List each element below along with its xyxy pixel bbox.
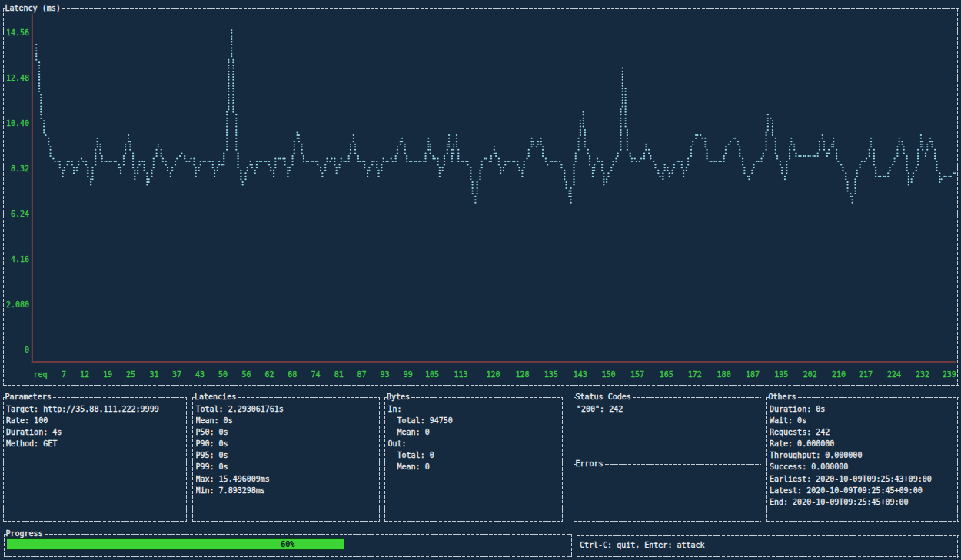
braille-dot bbox=[226, 138, 228, 139]
x-tick-label: 172 bbox=[688, 369, 702, 380]
braille-dot bbox=[235, 125, 237, 127]
braille-dot bbox=[850, 193, 851, 194]
braille-dot bbox=[856, 176, 858, 177]
braille-dot bbox=[296, 132, 298, 134]
braille-dot bbox=[622, 79, 623, 81]
braille-dot bbox=[231, 53, 232, 55]
braille-dot bbox=[228, 59, 229, 61]
braille-dot bbox=[500, 172, 501, 174]
braille-dot bbox=[235, 118, 237, 119]
braille-dot bbox=[939, 176, 940, 177]
braille-dot bbox=[175, 164, 176, 166]
braille-dot bbox=[706, 155, 707, 157]
braille-dot bbox=[686, 167, 687, 168]
braille-dot bbox=[624, 102, 626, 104]
braille-dot bbox=[654, 167, 656, 168]
braille-dot bbox=[40, 118, 42, 119]
braille-dot bbox=[451, 161, 453, 162]
braille-dot bbox=[298, 134, 300, 136]
latencies-lines: Total: 2.293061761sMean: 0sP50: 0sP90: 0… bbox=[196, 403, 379, 497]
braille-dot bbox=[917, 149, 919, 151]
braille-dot bbox=[869, 155, 870, 157]
braille-dot bbox=[624, 118, 626, 119]
braille-dot bbox=[687, 157, 689, 159]
braille-dot bbox=[395, 155, 397, 157]
braille-dot bbox=[348, 157, 350, 159]
braille-dot bbox=[294, 146, 295, 147]
braille-dot bbox=[948, 176, 949, 177]
braille-dot bbox=[165, 164, 167, 166]
braille-dot bbox=[709, 161, 710, 162]
braille-dot bbox=[627, 144, 628, 145]
braille-dot bbox=[833, 144, 834, 145]
braille-dot bbox=[123, 157, 125, 159]
panel-line: End: 2020-10-09T09:25:45+09:00 bbox=[770, 496, 957, 508]
braille-dot bbox=[648, 149, 650, 151]
braille-dot bbox=[622, 71, 623, 72]
braille-dot bbox=[301, 152, 303, 154]
braille-dot bbox=[911, 181, 913, 183]
braille-dot bbox=[620, 146, 621, 147]
braille-dot bbox=[846, 191, 848, 192]
braille-dot bbox=[474, 199, 476, 200]
braille-dot bbox=[913, 176, 914, 177]
panel-line: P90: 0s bbox=[196, 438, 379, 449]
braille-dot bbox=[624, 125, 626, 127]
braille-dot bbox=[223, 157, 224, 159]
braille-dot bbox=[892, 164, 893, 166]
braille-dot bbox=[62, 170, 63, 171]
braille-dot bbox=[704, 138, 706, 139]
braille-dot bbox=[864, 161, 866, 162]
braille-dot bbox=[575, 152, 577, 154]
braille-dot bbox=[226, 125, 228, 127]
braille-dot bbox=[125, 152, 126, 154]
braille-dot bbox=[594, 170, 595, 171]
panel-line: Mean: 0 bbox=[388, 426, 562, 438]
braille-dot bbox=[584, 144, 586, 145]
braille-dot bbox=[654, 164, 656, 166]
braille-dot bbox=[406, 157, 407, 159]
braille-dot bbox=[71, 164, 73, 166]
braille-dot bbox=[228, 97, 229, 98]
braille-dot bbox=[132, 157, 134, 159]
braille-dot bbox=[612, 164, 614, 166]
braille-dot bbox=[235, 138, 237, 139]
braille-dot bbox=[854, 193, 856, 194]
braille-dot bbox=[354, 149, 356, 151]
braille-dot bbox=[353, 141, 354, 142]
braille-dot bbox=[573, 176, 574, 177]
braille-dot bbox=[922, 146, 923, 147]
braille-dot bbox=[273, 172, 274, 174]
braille-dot bbox=[833, 141, 834, 142]
braille-dot bbox=[465, 161, 467, 162]
braille-dot bbox=[887, 172, 889, 174]
x-tick-label: 25 bbox=[126, 369, 135, 380]
braille-dot bbox=[620, 144, 621, 145]
braille-dot bbox=[742, 161, 743, 162]
braille-dot bbox=[67, 161, 68, 162]
braille-dot bbox=[439, 167, 441, 168]
x-tick-label: 99 bbox=[404, 369, 413, 380]
braille-dot bbox=[866, 157, 867, 159]
braille-dot bbox=[833, 138, 834, 139]
braille-dot bbox=[537, 144, 539, 145]
x-tick-label: 7 bbox=[62, 369, 66, 380]
braille-dot bbox=[453, 146, 454, 147]
braille-dot bbox=[448, 144, 450, 145]
braille-dot bbox=[870, 141, 872, 142]
braille-dot bbox=[479, 176, 480, 177]
braille-dot bbox=[395, 161, 397, 162]
braille-dot bbox=[95, 157, 96, 159]
braille-dot bbox=[137, 172, 138, 174]
braille-dot bbox=[151, 172, 152, 174]
braille-dot bbox=[889, 170, 890, 171]
braille-dot bbox=[494, 146, 495, 147]
braille-dot bbox=[627, 134, 628, 136]
braille-dot bbox=[686, 170, 687, 171]
braille-dot bbox=[603, 178, 604, 180]
braille-dot bbox=[580, 123, 581, 124]
braille-dot bbox=[228, 76, 229, 78]
braille-dot bbox=[920, 134, 922, 136]
braille-dot bbox=[662, 178, 663, 180]
braille-dot bbox=[713, 161, 715, 162]
